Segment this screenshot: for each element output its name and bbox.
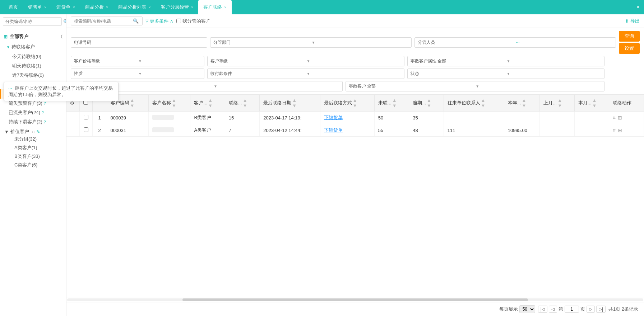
nav-analysis[interactable]: 商品分析 × bbox=[80, 0, 113, 14]
export-button[interactable]: ⬆ 导出 bbox=[625, 18, 640, 24]
row2-action: ⌗ ⊞ bbox=[609, 124, 644, 137]
sidebar-root-all-customers[interactable]: ⊞ 全部客户 《 bbox=[0, 31, 66, 42]
help-icon-declining: ? bbox=[44, 120, 46, 124]
sidebar-item-today[interactable]: 今天待联络(0) bbox=[4, 52, 66, 61]
query-button[interactable]: 查询 bbox=[619, 31, 640, 42]
sidebar-search-input[interactable] bbox=[3, 17, 62, 26]
filter-search-icon[interactable]: 🔍 bbox=[133, 18, 139, 24]
this-month-col-header[interactable]: 本月... ▲▼ bbox=[574, 95, 609, 112]
row1-action: ⌗ ⊞ bbox=[609, 112, 644, 124]
sidebar-item-churned[interactable]: 已流失客户(24) ? bbox=[0, 108, 66, 117]
action-col-header: 联络动作 bbox=[609, 95, 644, 112]
nav-analysis-close[interactable]: × bbox=[106, 5, 108, 9]
customer-level-filter[interactable]: 客户等级 ▼ bbox=[207, 56, 404, 66]
tooltip-repurchase: ··· 距客户上次交易时长，超过了此客户的平均交易周期的1.5倍，则视为异常。 bbox=[4, 82, 119, 101]
horizontal-scrollbar[interactable] bbox=[66, 297, 644, 302]
last-method-col-header[interactable]: 最后联络方式 ▲▼ bbox=[320, 95, 374, 112]
top-navigation: 首页 销售单 × 进货单 × 商品分析 × 商品分析列表 × 客户分层经营 × … bbox=[0, 0, 644, 14]
nav-customer-tier-close[interactable]: × bbox=[191, 5, 193, 9]
setting-button[interactable]: 设置 bbox=[619, 43, 640, 54]
scrollbar-thumb[interactable] bbox=[182, 298, 528, 301]
filter-row-3: 性质 ▼ 收付款条件 ▼ 状态 ▼ bbox=[71, 69, 640, 79]
phone-filter[interactable]: 电话号码 bbox=[71, 37, 207, 48]
price-level-filter[interactable]: 客户价格等级 ▼ bbox=[71, 56, 204, 66]
filter-search-input[interactable] bbox=[74, 19, 131, 24]
sidebar-item-7days[interactable]: 近7天待联络(0) bbox=[4, 71, 66, 80]
row2-grid-icon[interactable]: ⊞ bbox=[618, 127, 622, 133]
sidebar-sub-class-c[interactable]: C类客户(6) bbox=[4, 161, 63, 169]
retail-attr-filter[interactable]: 零散客户属性 全部 ▼ bbox=[407, 56, 604, 66]
dept-caret: ▼ bbox=[312, 41, 409, 44]
nav-sales-close[interactable]: × bbox=[44, 5, 46, 9]
tooltip-text: 距客户上次交易时长，超过了此客户的平均交易周期的1.5倍，则视为异常。 bbox=[8, 85, 113, 97]
window-close-button[interactable]: × bbox=[636, 4, 640, 10]
contact-person-col-header[interactable]: 往来单位联系人 ▲▼ bbox=[444, 95, 504, 112]
next-page-button[interactable]: ▷ bbox=[587, 306, 595, 313]
supervisor-dots[interactable]: ··· bbox=[516, 40, 613, 45]
data-table-container: ⚙ 客户编码 ▲▼ 客户名称 ▲▼ bbox=[66, 95, 644, 297]
retail-customer-filter[interactable]: 零散客户 全部 ▼ bbox=[346, 81, 604, 91]
prev-page-button[interactable]: ◁ bbox=[549, 306, 557, 313]
contact-col-header[interactable]: 联络... ▲▼ bbox=[225, 95, 259, 112]
sidebar-search-icon[interactable]: 🔍 bbox=[63, 19, 66, 24]
sidebar-sub-class-b[interactable]: B类客户(33) bbox=[4, 152, 63, 161]
sidebar-collapse-icon[interactable]: 《 bbox=[59, 34, 62, 39]
nav-customer-tier[interactable]: 客户分层经营 × bbox=[156, 0, 198, 14]
my-customers-checkbox-area: 我分管的客户 bbox=[176, 18, 210, 24]
first-page-button[interactable]: |◁ bbox=[538, 306, 547, 313]
customer-type-filter[interactable]: 客户类型 ▼ bbox=[83, 81, 342, 91]
nav-customer-contact-close[interactable]: × bbox=[224, 5, 226, 9]
supervisor-filter[interactable]: 分管人员 ··· bbox=[414, 37, 616, 48]
filter-actions: 查询 设置 bbox=[619, 31, 640, 54]
nav-analysis-list[interactable]: 商品分析列表 × bbox=[113, 0, 156, 14]
department-filter[interactable]: 分管部门 ▼ bbox=[210, 37, 412, 48]
nav-purchase[interactable]: 进货单 × bbox=[51, 0, 80, 14]
sidebar-section-header-pending[interactable]: ▼ 待联络客户 bbox=[4, 42, 66, 52]
row1-grid-icon[interactable]: ⊞ bbox=[618, 115, 622, 121]
last-page-button[interactable]: ▷| bbox=[596, 306, 606, 313]
nav-analysis-list-close[interactable]: × bbox=[148, 5, 150, 9]
sidebar-item-tomorrow[interactable]: 明天待联络(1) bbox=[4, 61, 66, 71]
name-col-header[interactable]: 客户名称 ▲▼ bbox=[148, 95, 190, 112]
nav-home[interactable]: 首页 bbox=[4, 0, 23, 14]
nav-purchase-close[interactable]: × bbox=[73, 5, 75, 9]
last-month-col-header[interactable]: 上月... ▲▼ bbox=[540, 95, 574, 112]
my-customers-checkbox[interactable] bbox=[176, 19, 181, 23]
row2-last-method[interactable]: 下销货单 bbox=[320, 124, 374, 137]
nature-filter[interactable]: 性质 ▼ bbox=[71, 69, 204, 79]
uncontacted-col-header[interactable]: 未联... ▲▼ bbox=[374, 95, 409, 112]
row2-checkbox[interactable] bbox=[79, 124, 92, 137]
row2-settings bbox=[66, 124, 79, 137]
dept-label: 分管部门 bbox=[213, 39, 310, 46]
row1-link-icon[interactable]: ⌗ bbox=[613, 115, 616, 121]
customer-type-caret: ▼ bbox=[214, 84, 339, 88]
payment-filter[interactable]: 收付款条件 ▼ bbox=[207, 69, 404, 79]
nav-customer-contact[interactable]: 客户联络 × bbox=[198, 0, 231, 14]
overdue-col-header[interactable]: 逾期... ▲▼ bbox=[409, 95, 444, 112]
more-conditions-button[interactable]: ▽ 更多条件 ∧ bbox=[145, 18, 173, 24]
type-col-header[interactable]: 客户... ▲▼ bbox=[190, 95, 225, 112]
status-filter[interactable]: 状态 ▼ bbox=[407, 69, 604, 79]
value-group-arrow: ▼ bbox=[4, 129, 9, 135]
filter-bar: 🔍 ▽ 更多条件 ∧ 我分管的客户 ⬆ 导出 bbox=[66, 14, 644, 28]
payment-label: 收付款条件 bbox=[210, 71, 305, 77]
this-year-col-header[interactable]: 本年... ▲▼ bbox=[504, 95, 540, 112]
row2-link-icon[interactable]: ⌗ bbox=[613, 127, 616, 133]
last-date-col-header[interactable]: 最后联络日期 ▲▼ bbox=[260, 95, 320, 112]
row1-last-month bbox=[540, 112, 574, 124]
sidebar-value-group-header[interactable]: ▼ 价值客户 ○ ✎ bbox=[4, 128, 63, 135]
sidebar-item-declining[interactable]: 持续下滑客户(2) ? bbox=[0, 117, 66, 127]
sidebar-sub-ungraded[interactable]: 未分组(32) bbox=[4, 135, 63, 143]
page-size-select[interactable]: 50 bbox=[519, 305, 535, 313]
nav-analysis-label: 商品分析 bbox=[85, 4, 104, 10]
sidebar-sub-class-a[interactable]: A类客户(1) bbox=[4, 143, 63, 152]
row1-last-method[interactable]: 下销货单 bbox=[320, 112, 374, 124]
nav-sales[interactable]: 销售单 × bbox=[23, 0, 51, 14]
value-group-edit-icon[interactable]: ✎ bbox=[36, 129, 40, 135]
more-conditions-caret: ∧ bbox=[170, 18, 173, 24]
row2-code: 000031 bbox=[107, 124, 148, 137]
page-number-input[interactable] bbox=[565, 306, 579, 313]
retail-customer-caret: ▼ bbox=[476, 84, 601, 88]
row1-checkbox[interactable] bbox=[79, 112, 92, 124]
page-size-area: 每页显示 50 bbox=[499, 305, 535, 313]
